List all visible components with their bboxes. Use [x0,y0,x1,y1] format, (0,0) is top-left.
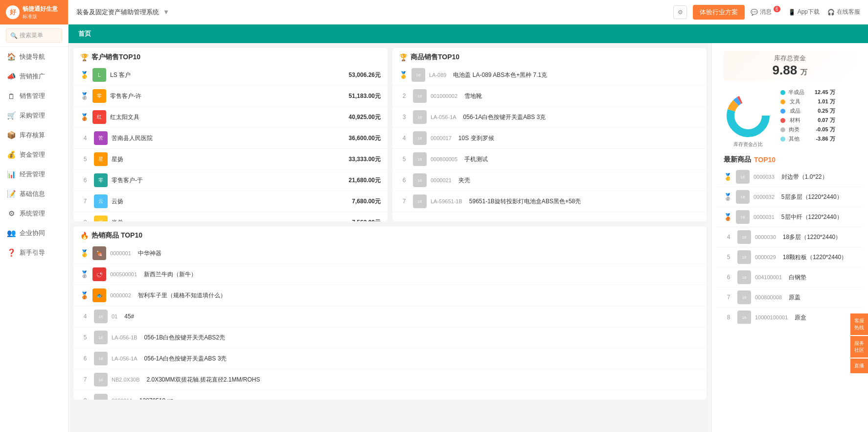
customer-ranking-card: 🏆 客户销售TOP10 🥇 L LS 客户 53,006.26元 [73,48,388,221]
live-broadcast-btn[interactable]: 直播 [850,359,868,373]
newest-avatar-3: 16 [736,210,750,224]
content-body: 🏆 客户销售TOP10 🥇 L LS 客户 53,006.26元 [69,43,868,432]
system-dropdown-btn[interactable]: ▼ [163,8,169,16]
inventory-card: 库存总资金 9.88 万 [717,48,863,147]
product-rev-row-5[interactable]: 5 16 000800005 手机测试 [392,149,707,170]
headset-icon: 🎧 [827,9,835,16]
newest-row-8[interactable]: 8 16 10000100001 原盒 [717,308,863,324]
donut-label: 库存资金占比 [733,141,763,147]
legend-dot-3 [780,109,785,114]
medal-gold-icon: 🥇 [80,71,89,79]
top-two-col: 🏆 客户销售TOP10 🥇 L LS 客户 53,006.26元 [73,48,707,221]
newest-row-5[interactable]: 5 16 0000029 18颗粒板（1220*2440） [717,247,863,267]
hot-prod-avatar-7: 16 [94,373,108,386]
product-rev-row-6[interactable]: 6 16 0000021 夹壳 [392,170,707,191]
search-menu-button[interactable]: 🔍 搜索菜单 [6,28,62,43]
newest-avatar-2: 16 [736,190,750,204]
enterprise-icon: 👥 [7,229,16,238]
inventory-icon: 📦 [7,131,16,140]
prod-avatar-7: 16 [413,194,427,208]
sidebar-item-finance[interactable]: 💰 资金管理 [0,145,68,165]
sidebar-item-home[interactable]: 🏠 快捷导航 [0,47,68,67]
product-rev-row-3[interactable]: 3 16 LA-056-1A 056-1A白色按键开关盖ABS 3克 [392,107,707,128]
notifications-btn[interactable]: 💬 消息 6 [751,8,780,16]
trial-button[interactable]: 体验行业方案 [693,5,745,20]
nav-tab-bar: 首页 [69,24,868,43]
settings-button[interactable]: ⚙ [673,5,687,19]
newest-avatar-4: 16 [737,230,751,244]
hot-product-row-4[interactable]: 4 16 01 45# [73,306,707,327]
hot-product-row-7[interactable]: 7 16 NB2.0X30B 2.0X30MM双搓花轴.搓花直径2.1MM/RO… [73,369,707,390]
hot-prod-avatar-5: 16 [94,331,108,344]
sidebar-item-basic-info[interactable]: 📝 基础信息 [0,184,68,204]
product-revenue-list: 🥇 16 LA-089 电池盖 LA-089 ABS本色+黑种 7.1克 2 1… [392,65,707,212]
customer-row-8[interactable]: 8 肖 肖总 7,563.00元 [73,212,388,221]
sidebar-logo: 好 畅捷通好生意 标准版 [0,0,68,24]
sidebar-item-sales[interactable]: 🗒 销售管理 [0,86,68,106]
prod-avatar-1: 16 [411,68,425,82]
app-download-btn[interactable]: 📱 App下载 [788,8,820,16]
sidebar-item-purchase[interactable]: 🛒 采购管理 [0,106,68,125]
customer-service-btn[interactable]: 🎧 在线客服 [827,8,860,16]
hot-product-row-2[interactable]: 🥈 🥩 000500001 新西兰牛肉（新牛） [73,264,707,285]
fire-icon: 🔥 [80,232,89,240]
newest-row-3[interactable]: 🥉 16 0000031 5层中纤（1220*2440） [717,207,863,227]
service-community-btn[interactable]: 服务 社区 [850,336,868,358]
hot-product-row-8[interactable]: 8 16 0000011 12070519-xs [73,390,707,400]
newest-row-4[interactable]: 4 16 0000030 18多层（1220*2440） [717,227,863,247]
hot-product-row-5[interactable]: 5 16 LA-056-1B 056-1B白色按键开关壳ABS2壳 [73,327,707,348]
hot-product-row-6[interactable]: 6 16 LA-056-1A 056-1A白色按键开关盖ABS 3壳 [73,348,707,369]
customer-avatar-6: 零 [94,173,108,187]
newest-row-1[interactable]: 🥇 16 0000033 封边带（1.0*22） [717,167,863,187]
sidebar-item-inventory[interactable]: 📦 库存核算 [0,125,68,145]
hot-prod-avatar-6: 16 [94,352,108,365]
system-title: 装备及固定资产辅助管理系统 ▼ [76,8,667,17]
float-buttons: 客服 热线 服务 社区 直播 [850,313,868,373]
customer-row-4[interactable]: 4 苦 苦南县人民医院 36,600.00元 [73,128,388,149]
hot-product-row-3[interactable]: 🥉 🐟 0000002 智利车子里（规格不知道填什么） [73,285,707,306]
product-rev-row-1[interactable]: 🥇 16 LA-089 电池盖 LA-089 ABS本色+黑种 7.1克 [392,65,707,86]
prod-avatar-6: 16 [413,173,427,187]
product-rev-row-2[interactable]: 2 16 001000002 雪地靴 [392,86,707,107]
sidebar-item-marketing[interactable]: 📣 营销推广 [0,67,68,86]
customer-row-1[interactable]: 🥇 L LS 客户 53,006.26元 [73,65,388,86]
sidebar-item-system[interactable]: ⚙ 系统管理 [0,204,68,223]
hot-product-row-1[interactable]: 🥇 🍖 0000001 中华神器 [73,243,707,264]
customer-ranking-list: 🥇 L LS 客户 53,006.26元 🥈 零 零售客户-许 51,183.0… [73,65,388,221]
finance-icon: 💰 [7,150,16,159]
phone-icon: 📱 [788,9,796,16]
marketing-icon: 📣 [7,72,16,81]
legend-dot-1 [780,90,785,95]
customer-service-hotline-btn[interactable]: 客服 热线 [850,313,868,335]
newest-row-7[interactable]: 7 16 000800008 原盖 [717,288,863,308]
sidebar-item-enterprise[interactable]: 👥 企业协同 [0,223,68,243]
topbar-right: 💬 消息 6 📱 App下载 🎧 在线客服 [751,8,860,16]
product-revenue-card: 🏆 商品销售TOP10 🥇 16 LA-089 电池盖 LA-089 ABS本色… [392,48,707,221]
newest-avatar-7: 16 [737,290,751,304]
product-rev-row-7[interactable]: 7 16 LA-59651-1B 59651-1B旋转投影灯电池盒ABS黑色+5… [392,191,707,212]
tab-home[interactable]: 首页 [69,24,101,43]
donut-chart: 库存资金占比 [724,91,773,140]
customer-avatar-2: 零 [92,89,106,103]
content-area: 首页 🏆 客户销售TOP10 🥇 [69,24,868,432]
sidebar-item-operations[interactable]: 📊 经营管理 [0,165,68,184]
newest-avatar-8: 16 [737,311,751,324]
newest-row-2[interactable]: 🥈 16 0000032 5层多层（1220*2440） [717,187,863,207]
logo-icon: 好 [6,5,20,19]
newest-products-list: 🥇 16 0000033 封边带（1.0*22） 🥈 16 0000032 5层… [717,167,863,324]
customer-row-7[interactable]: 7 云 云扬 7,680.00元 [73,191,388,212]
customer-row-2[interactable]: 🥈 零 零售客户-许 51,183.00元 [73,86,388,107]
customer-row-6[interactable]: 6 零 零售客户-于 21,680.00元 [73,170,388,191]
legend-item-3: 成品 0.25 万 [780,107,835,115]
product-rev-row-4[interactable]: 4 16 0000017 10S 变刹罗候 [392,128,707,149]
customer-row-5[interactable]: 5 星 星扬 33,333.00元 [73,149,388,170]
newest-row-6[interactable]: 6 16 004100001 白钢垫 [717,267,863,288]
newest-products-header: 最新商品 TOP10 [717,150,863,167]
sidebar-item-newbie[interactable]: ❓ 新手引导 [0,243,68,263]
customer-avatar-4: 苦 [94,131,108,145]
customer-row-3[interactable]: 🥉 红 红太阳文具 40,925.00元 [73,107,388,128]
prod-avatar-5: 16 [413,152,427,166]
hot-products-card: 🔥 热销商品 TOP10 🥇 🍖 0000001 中华神器 [73,226,707,400]
logo-text: 畅捷通好生意 标准版 [23,5,58,20]
main-area: 装备及固定资产辅助管理系统 ▼ ⚙ 体验行业方案 💬 消息 6 📱 App下载 … [69,0,868,432]
